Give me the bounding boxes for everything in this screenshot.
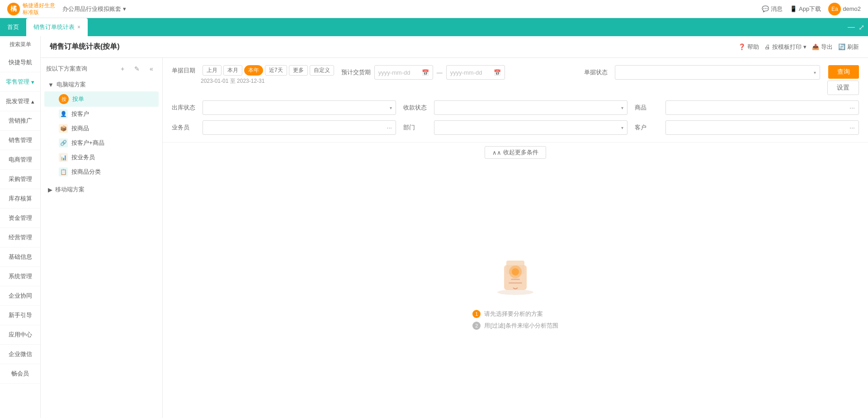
calendar-icon-from: 📅 (422, 69, 429, 76)
sidebar-item-retail[interactable]: 零售管理 ▾ (0, 72, 40, 92)
dept-dropdown-icon: ▾ (621, 125, 623, 130)
inner-layout: 按以下方案查询 + ✎ « ▼ 电脑端方案 按 按单 (41, 58, 868, 418)
salesperson-select[interactable]: ··· (203, 120, 396, 135)
export-button[interactable]: 📤 导出 (812, 43, 833, 51)
sidebar-item-system[interactable]: 系统管理 (0, 267, 40, 286)
dept-select[interactable]: ▾ (434, 120, 627, 135)
empty-step-1: 1 请先选择要分析的方案 (472, 310, 558, 318)
status-dropdown-icon: ▾ (814, 70, 816, 75)
scheme-icon-staff: 📊 (59, 153, 68, 162)
chevron-down-icon: ▾ (123, 5, 126, 12)
date-btn-last-month[interactable]: 上月 (203, 65, 222, 76)
tree-child-by-goods[interactable]: 📦 按商品 (44, 121, 159, 136)
customer-select[interactable]: ··· (665, 120, 859, 135)
company-selector[interactable]: 办公用品行业模拟账套 ▾ (59, 5, 130, 13)
sidebar-item-operations[interactable]: 经营管理 (0, 228, 40, 247)
expected-date-to[interactable]: yyyy-mm-dd 📅 (446, 65, 505, 80)
calendar-icon-to: 📅 (494, 69, 501, 76)
tab-bar-actions: — ⤢ (848, 23, 868, 32)
print-chevron-icon: ▾ (803, 43, 807, 50)
goods-select[interactable]: ··· (665, 100, 859, 115)
date-btn-this-month[interactable]: 本月 (223, 65, 242, 76)
goods-ellipsis-icon[interactable]: ··· (849, 104, 855, 111)
message-button[interactable]: 💬 消息 (762, 5, 783, 13)
step-num-1: 1 (472, 310, 481, 318)
out-status-select[interactable]: ▾ (203, 100, 396, 115)
tree-child-by-category[interactable]: 📋 按商品分类 (44, 165, 159, 179)
collapse-button[interactable]: ∧∧ 收起更多条件 (485, 146, 546, 159)
left-panel: 按以下方案查询 + ✎ « ▼ 电脑端方案 按 按单 (41, 58, 163, 418)
date-btn-more[interactable]: 更多 (289, 65, 308, 76)
filter-action-col: 查询 设置 (827, 65, 859, 95)
sidebar-item-newbie[interactable]: 新手引导 (0, 306, 40, 325)
sidebar-item-wholesale[interactable]: 批发管理 ▴ (0, 92, 40, 111)
sidebar-item-member[interactable]: 畅会员 (0, 364, 40, 384)
tree-child-by-customer-goods[interactable]: 🔗 按客户+商品 (44, 136, 159, 150)
sidebar-item-enterprise[interactable]: 企业协同 (0, 286, 40, 306)
page-header-actions: ❓ 帮助 🖨 按模板打印 ▾ 📤 导出 🔄 刷新 (738, 43, 859, 51)
scheme-icon-order: 按 (59, 94, 69, 104)
refresh-button[interactable]: 🔄 刷新 (838, 43, 859, 51)
sidebar-item-ecommerce[interactable]: 电商管理 (0, 150, 40, 170)
scheme-icon-combo: 🔗 (59, 138, 68, 147)
tree-child-by-customer[interactable]: 👤 按客户 (44, 107, 159, 121)
tab-close-icon[interactable]: × (77, 24, 80, 30)
app-download-button[interactable]: 📱 App下载 (790, 5, 821, 13)
date-btn-7days[interactable]: 近7天 (265, 65, 287, 76)
page-header: 销售订单统计表(按单) ❓ 帮助 🖨 按模板打印 ▾ 📤 导出 🔄 刷新 (41, 36, 868, 58)
tree-parent-mobile[interactable]: ▶ 移动端方案 (44, 183, 159, 196)
goods-group: 商品 ··· (635, 100, 859, 115)
tree-arrow-icon: ▼ (48, 81, 54, 88)
pay-status-select[interactable]: ▾ (434, 100, 627, 115)
user-avatar[interactable]: Ea demo2 (828, 3, 861, 15)
pay-status-group: 收款状态 ▾ (403, 100, 627, 115)
export-icon: 📤 (812, 43, 819, 50)
tree-child-by-salesperson[interactable]: 📊 按业务员 (44, 150, 159, 165)
tab-sales-order-stats[interactable]: 销售订单统计表 × (26, 18, 88, 36)
content-area: 销售订单统计表(按单) ❓ 帮助 🖨 按模板打印 ▾ 📤 导出 🔄 刷新 (41, 36, 868, 418)
edit-scheme-button[interactable]: ✎ (132, 63, 142, 74)
sidebar-item-inventory[interactable]: 库存核算 (0, 189, 40, 209)
tab-home[interactable]: 首页 (0, 18, 26, 36)
sidebar-search[interactable]: 搜索菜单 (0, 36, 40, 53)
customer-label: 客户 (635, 124, 662, 132)
collapse-panel-button[interactable]: « (146, 63, 157, 74)
query-button[interactable]: 查询 (828, 65, 859, 79)
expected-date-group: 预计交货期 yyyy-mm-dd 📅 — yyyy-mm-dd 📅 (341, 65, 577, 80)
collapse-icon: ∧∧ (492, 149, 501, 156)
tab-bar: 首页 销售订单统计表 × — ⤢ (0, 18, 868, 36)
sidebar-item-marketing[interactable]: 营销推广 (0, 111, 40, 131)
print-button[interactable]: 🖨 按模板打印 ▾ (764, 43, 807, 51)
sidebar-item-quicknav[interactable]: 快捷导航 (0, 53, 40, 72)
sidebar-item-appcenter[interactable]: 应用中心 (0, 325, 40, 345)
scheme-icon-goods: 📦 (59, 124, 68, 133)
settings-button[interactable]: 设置 (827, 81, 859, 95)
date-separator: — (437, 69, 443, 76)
window-maximize-icon[interactable]: ⤢ (859, 23, 864, 32)
sidebar-item-sales[interactable]: 销售管理 (0, 131, 40, 150)
expected-date-from[interactable]: yyyy-mm-dd 📅 (374, 65, 433, 80)
date-btn-this-year[interactable]: 本年 (244, 65, 263, 76)
salesperson-ellipsis-icon[interactable]: ··· (387, 124, 392, 131)
app-icon: 📱 (790, 5, 797, 12)
out-status-group: 出库状态 ▾ (172, 100, 396, 115)
tree-parent-pc[interactable]: ▼ 电脑端方案 (44, 78, 159, 91)
order-status-select[interactable]: ▾ (615, 65, 820, 80)
sidebar-item-wechat[interactable]: 企业微信 (0, 345, 40, 364)
customer-ellipsis-icon[interactable]: ··· (849, 124, 855, 131)
sidebar-item-basic[interactable]: 基础信息 (0, 247, 40, 267)
sidebar-item-purchase[interactable]: 采购管理 (0, 170, 40, 189)
filter-row-1: 单据日期 上月 本月 本年 近7天 更多 自定义 2023 (172, 65, 859, 95)
date-range-display: 2023-01-01 至 2023-12-31 (172, 77, 334, 85)
tree-child-by-order[interactable]: 按 按单 (44, 91, 159, 107)
sidebar-item-finance[interactable]: 资金管理 (0, 209, 40, 228)
page-title: 销售订单统计表(按单) (50, 42, 120, 52)
date-btn-custom[interactable]: 自定义 (310, 65, 334, 76)
scheme-icon-customer: 👤 (59, 109, 68, 119)
message-icon: 💬 (762, 5, 769, 12)
date-filter-group: 单据日期 上月 本月 本年 近7天 更多 自定义 2023 (172, 65, 334, 85)
help-button[interactable]: ❓ 帮助 (738, 43, 759, 51)
window-minimize-icon[interactable]: — (848, 23, 855, 31)
svg-rect-6 (509, 282, 522, 284)
add-scheme-button[interactable]: + (117, 63, 128, 74)
